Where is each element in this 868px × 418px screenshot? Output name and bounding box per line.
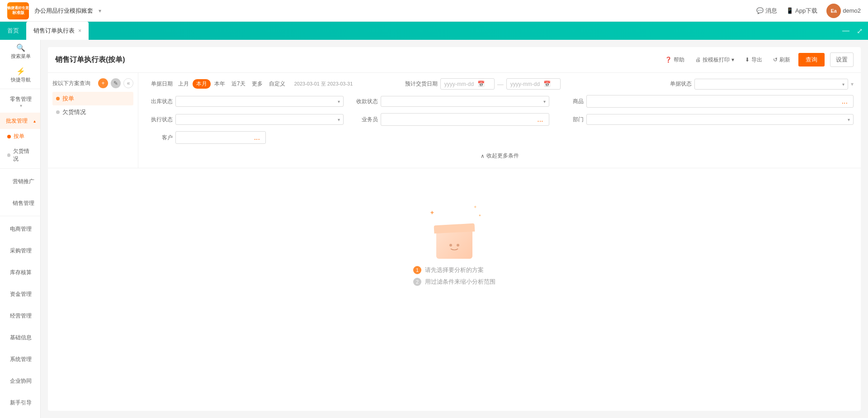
print-btn[interactable]: 🖨 按模板打印 ▾	[693, 54, 737, 66]
doc-status-select[interactable]	[694, 79, 848, 90]
receipt-status-group: 收款状态	[351, 96, 549, 107]
query-btn[interactable]: 查询	[798, 53, 825, 66]
sidebar-item-purchase[interactable]: 采购管理	[0, 240, 40, 261]
date-tab-7days[interactable]: 近7天	[229, 79, 248, 89]
date-range-text: 2023-03-01 至 2023-03-31	[294, 81, 353, 87]
receipt-status-select[interactable]	[381, 96, 549, 107]
customer-group: 客户 ...	[146, 131, 379, 144]
receipt-status-label: 收款状态	[351, 98, 378, 105]
filter-row-2: 出库状态 收款状态	[146, 95, 854, 108]
tab-minimize-btn[interactable]: —	[840, 25, 851, 37]
sidebar-divider-3	[0, 216, 40, 216]
message-btn[interactable]: 💬 消息	[756, 7, 777, 15]
exec-status-group: 执行状态	[146, 114, 344, 125]
sidebar-item-apps[interactable]: 应用中心	[0, 413, 40, 418]
filter-edit-btn[interactable]: ✎	[111, 78, 121, 88]
out-status-select[interactable]	[175, 96, 344, 107]
tab-home[interactable]: 首页	[0, 22, 26, 40]
calendar-icon-2: 📅	[543, 81, 551, 87]
receipt-status-select-wrapper	[381, 96, 549, 107]
top-bar: 畅捷通好生意 标准版 办公用品行业模拟账套 ▾ 💬 消息 📱 App下载 Ea …	[0, 0, 868, 22]
workspace-title: 办公用品行业模拟账套	[34, 7, 93, 15]
sidebar-item-basic[interactable]: 基础信息	[0, 327, 40, 348]
sidebar-quick-nav[interactable]: ⚡ 快捷导航	[0, 63, 40, 87]
filter-nav-press[interactable]: 按单	[52, 92, 133, 105]
department-select[interactable]	[586, 114, 854, 125]
date-tab-this-year[interactable]: 本年	[212, 79, 228, 89]
empty-hint-1: 1 请先选择要分析的方案	[413, 266, 495, 274]
settings-btn[interactable]: 设置	[830, 52, 854, 67]
collapse-conditions-btn[interactable]: ∧ 收起更多条件	[481, 152, 519, 160]
avatar: Ea	[826, 4, 841, 18]
empty-illustration: ✦ ✦ ✦	[425, 204, 484, 259]
sidebar-item-retail[interactable]: 零售管理 ▾	[0, 91, 40, 113]
expected-date-label: 预计交货日期	[405, 80, 438, 88]
date-tab-last-month[interactable]: 上月	[175, 79, 192, 89]
exec-status-select-wrapper	[175, 114, 344, 125]
filter-nav-debt[interactable]: 欠货情况	[52, 105, 133, 119]
filter-add-btn[interactable]: +	[98, 78, 108, 88]
filter-left-header: 按以下方案查询 + ✎ «	[52, 78, 133, 88]
nav-icon: ⚡	[16, 67, 25, 76]
sidebar-item-sales[interactable]: 销售管理	[0, 192, 40, 214]
tab-close-btn[interactable]: ×	[78, 28, 81, 33]
sidebar-sub-item-press[interactable]: 按单	[0, 129, 40, 144]
user-profile[interactable]: Ea demo2	[826, 4, 861, 18]
goods-btn[interactable]: ...	[840, 97, 849, 105]
print-icon: 🖨	[695, 57, 701, 63]
brand-logo: 畅捷通好生意 标准版	[7, 2, 29, 19]
filter-row-1: 单据日期 上月 本月 本年 近7天 更多 自定义 2023-03-01 至 20…	[146, 78, 854, 90]
box-face-svg	[443, 235, 466, 253]
tab-maximize-btn[interactable]: ⤢	[855, 25, 864, 37]
exec-status-select[interactable]	[175, 114, 344, 125]
customer-btn[interactable]: ...	[252, 133, 262, 142]
doc-status-select-wrapper	[694, 79, 848, 90]
date-tab-more[interactable]: 更多	[249, 79, 265, 89]
expected-date-group: 预计交货日期 yyyy-mm-dd 📅 — yyyy-mm-dd 📅	[405, 78, 657, 90]
out-status-group: 出库状态	[146, 96, 344, 107]
help-btn[interactable]: ❓ 帮助	[662, 54, 687, 66]
salesperson-btn[interactable]: ...	[535, 115, 545, 124]
top-bar-left: 畅捷通好生意 标准版 办公用品行业模拟账套 ▾	[7, 2, 101, 19]
date-tab-custom[interactable]: 自定义	[266, 79, 288, 89]
main-content: 销售订单执行表(按单) ❓ 帮助 🖨 按模板打印 ▾ ⬇ 导出 ↺ 刷新	[41, 40, 868, 418]
empty-lines: 1 请先选择要分析的方案 2 用过滤条件来缩小分析范围	[413, 266, 495, 290]
filter-row-4: 客户 ...	[146, 131, 854, 144]
export-btn[interactable]: ⬇ 导出	[742, 54, 765, 66]
sidebar-item-inventory[interactable]: 库存核算	[0, 261, 40, 283]
refresh-btn[interactable]: ↺ 刷新	[770, 54, 793, 66]
filter-right-panel: 单据日期 上月 本月 本年 近7天 更多 自定义 2023-03-01 至 20…	[138, 73, 861, 168]
sidebar-item-operation[interactable]: 经营管理	[0, 305, 40, 327]
salesperson-label: 业务员	[351, 116, 378, 124]
workspace-dropdown-icon[interactable]: ▾	[99, 8, 101, 14]
salesperson-input-wrapper: ...	[381, 113, 549, 126]
date-tab-this-month[interactable]: 本月	[193, 79, 211, 89]
sidebar-item-ecommerce[interactable]: 电商管理	[0, 218, 40, 240]
sidebar-item-system[interactable]: 系统管理	[0, 348, 40, 370]
filter-collapse-btn[interactable]: «	[123, 78, 133, 88]
expected-date-end[interactable]: yyyy-mm-dd 📅	[506, 78, 561, 90]
empty-box-body	[436, 229, 472, 259]
sidebar-item-marketing[interactable]: 营销推广	[0, 171, 40, 192]
date-separator: —	[497, 81, 504, 88]
expected-date-start[interactable]: yyyy-mm-dd 📅	[440, 78, 495, 90]
sidebar-item-newuser[interactable]: 新手引导	[0, 392, 40, 413]
customer-input-wrapper: ...	[175, 131, 266, 144]
print-dropdown-icon: ▾	[731, 57, 734, 63]
tab-sales-exec[interactable]: 销售订单执行表 ×	[26, 22, 89, 40]
tab-bar-actions: — ⤢	[840, 25, 868, 37]
message-icon: 💬	[756, 7, 764, 14]
filter-area: 按以下方案查询 + ✎ « 按单 欠货情况	[48, 73, 861, 168]
sidebar-divider-1	[0, 89, 40, 89]
sidebar-search-menu[interactable]: 🔍 搜索菜单	[0, 40, 40, 63]
sidebar-item-finance[interactable]: 资金管理	[0, 283, 40, 305]
sidebar-item-wholesale[interactable]: 批发管理 ▴	[0, 113, 40, 129]
filter-nav-dot-debt	[56, 110, 60, 114]
salesperson-group: 业务员 ...	[351, 113, 549, 126]
help-icon: ❓	[665, 57, 672, 63]
svg-point-0	[449, 244, 452, 247]
collapse-arrow-icon: ∧	[481, 153, 485, 159]
sidebar-sub-item-debt[interactable]: 欠货情况	[0, 144, 40, 166]
app-download-btn[interactable]: 📱 App下载	[786, 7, 817, 15]
sidebar-item-enterprise[interactable]: 企业协同	[0, 370, 40, 392]
